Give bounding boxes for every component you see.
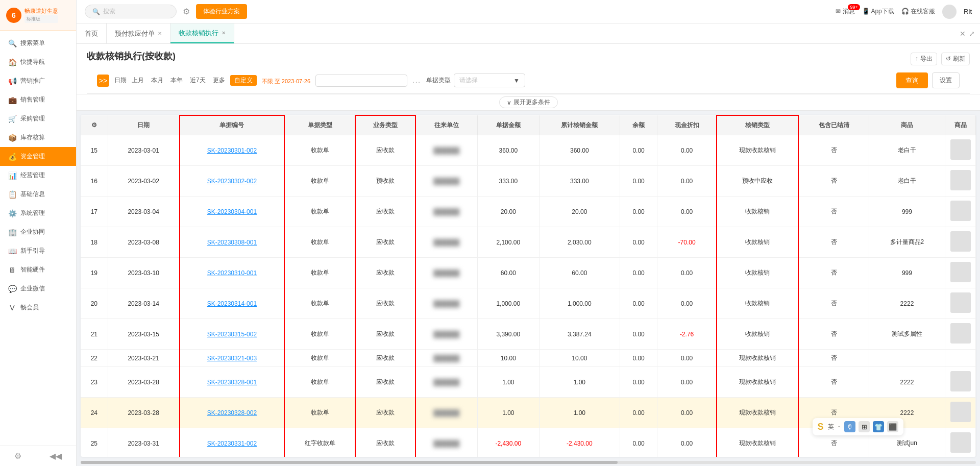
cell-include-settled: 否	[798, 258, 869, 288]
cell-doc-no[interactable]: SK-20230331-002	[180, 428, 285, 457]
search-icon: 🔍	[8, 39, 16, 47]
sidebar-item-inventory[interactable]: 📦 库存核算	[0, 128, 76, 147]
gear-icon[interactable]: ⚙	[183, 7, 190, 16]
filter-expand-button[interactable]: >>	[97, 75, 109, 87]
message-button[interactable]: ✉ 消息 99+	[836, 7, 854, 16]
cell-doc-no[interactable]: SK-20230310-001	[180, 258, 285, 288]
expand-more-button[interactable]: ∨ 展开更多条件	[499, 96, 558, 108]
cell-cash-disc: 0.00	[657, 258, 717, 288]
app-download-button[interactable]: 📱 App下载	[862, 7, 894, 16]
cell-doc-type: 收款单	[284, 288, 355, 319]
date-this-month[interactable]: 本月	[149, 75, 165, 86]
sidebar-item-wechat[interactable]: 💬 企业微信	[0, 279, 76, 298]
topbar-search[interactable]: 🔍 搜索	[85, 5, 177, 18]
cell-include-settled: 否	[798, 319, 869, 350]
query-button[interactable]: 查询	[896, 72, 928, 88]
cell-no: 25	[81, 428, 108, 457]
cell-partner: ██████	[415, 197, 478, 227]
cell-amount: 60.00	[478, 258, 540, 288]
date-more[interactable]: 更多	[211, 75, 227, 86]
cell-cash-disc: -70.00	[657, 227, 717, 258]
sidebar-item-hardware[interactable]: 🖥 智能硬件	[0, 260, 76, 279]
cell-no: 16	[81, 166, 108, 197]
online-service-button[interactable]: 🎧 在线客服	[901, 7, 935, 16]
cell-balance: 0.00	[620, 367, 657, 398]
col-gear[interactable]: ⚙	[81, 115, 108, 135]
cell-partner: ██████	[415, 319, 478, 350]
cell-goods: 999	[869, 197, 945, 227]
sidebar-item-finance[interactable]: 💰 资金管理	[0, 147, 76, 166]
cell-doc-no[interactable]: SK-20230314-001	[180, 288, 285, 319]
sidebar-item-sales[interactable]: 💼 销售管理	[0, 90, 76, 109]
sidebar-item-operation[interactable]: 📊 经营管理	[0, 166, 76, 185]
partner-filter-input[interactable]	[315, 75, 407, 87]
sidebar-item-quick-nav[interactable]: 🏠 快捷导航	[0, 53, 76, 71]
col-verify-type: 核销类型	[717, 115, 798, 135]
voucher-type-filter-label: 单据类型	[426, 76, 451, 85]
cell-biz-type: 应收款	[355, 197, 415, 227]
date-this-year[interactable]: 本年	[168, 75, 185, 86]
sidebar-label-purchase: 采购管理	[20, 114, 45, 123]
cell-goods: 999	[869, 258, 945, 288]
collapse-icon[interactable]: ◀◀	[50, 451, 62, 461]
sidebar-item-enterprise[interactable]: 🏢 企业协同	[0, 223, 76, 241]
tab-home[interactable]: 首页	[77, 23, 107, 43]
cell-doc-type: 收款单	[284, 227, 355, 258]
cell-partner: ██████	[415, 166, 478, 197]
tab-collection-close-icon[interactable]: ✕	[222, 30, 226, 36]
sidebar-item-purchase[interactable]: 🛒 采购管理	[0, 109, 76, 128]
cell-doc-type: 收款单	[284, 350, 355, 367]
table-row: 25 2023-03-31 SK-20230331-002 红字收款单 应收款 …	[81, 428, 976, 457]
cell-cum-amount: 333.00	[539, 166, 620, 197]
cell-goods2	[945, 227, 976, 258]
sidebar-item-basic[interactable]: 📋 基础信息	[0, 185, 76, 204]
cell-goods2	[945, 398, 976, 428]
filter-settings-button[interactable]: 设置	[932, 72, 960, 88]
date-last-month[interactable]: 上月	[130, 75, 146, 86]
cell-doc-no[interactable]: SK-20230321-003	[180, 350, 285, 367]
date-7days[interactable]: 近7天	[188, 75, 208, 86]
cell-doc-no[interactable]: SK-20230328-001	[180, 367, 285, 398]
cell-partner: ██████	[415, 367, 478, 398]
tab-collection[interactable]: 收款核销执行 ✕	[170, 23, 234, 43]
voucher-type-select[interactable]: 请选择 ▼	[454, 73, 525, 87]
sidebar-item-guide[interactable]: 📖 新手引导	[0, 241, 76, 260]
tab-prepay-close-icon[interactable]: ✕	[158, 31, 162, 36]
sidebar-item-search[interactable]: 🔍 搜索菜单	[0, 34, 76, 53]
cell-cash-disc: -2.76	[657, 319, 717, 350]
cell-doc-no[interactable]: SK-20230302-002	[180, 166, 285, 197]
tab-close-all-icon[interactable]: ✕	[960, 30, 966, 38]
cell-doc-no[interactable]: SK-20230301-002	[180, 135, 285, 166]
col-date: 日期	[108, 115, 179, 135]
cell-doc-no[interactable]: SK-20230308-001	[180, 227, 285, 258]
cell-no: 18	[81, 227, 108, 258]
horizontal-scrollbar[interactable]	[81, 461, 976, 464]
sidebar-item-marketing[interactable]: 📢 营销推广	[0, 71, 76, 90]
filter-more-dots[interactable]: ...	[412, 77, 421, 84]
cell-doc-no[interactable]: SK-20230315-002	[180, 319, 285, 350]
settings-bottom-icon[interactable]: ⚙	[14, 451, 21, 461]
cell-verify-type: 收款核销	[717, 227, 798, 258]
cell-amount: 1.00	[478, 367, 540, 398]
export-button[interactable]: ↑ 导出	[911, 53, 937, 65]
user-avatar[interactable]	[942, 5, 957, 19]
cell-verify-type: 现款收款核销	[717, 350, 798, 367]
solution-button[interactable]: 体验行业方案	[196, 4, 247, 19]
tab-prepay[interactable]: 预付款应付单 ✕	[107, 23, 170, 43]
refresh-button[interactable]: ↺ 刷新	[941, 53, 970, 65]
cell-goods2	[945, 350, 976, 367]
date-filter-group: 日期 上月 本月 本年 近7天 更多 自定义	[114, 75, 257, 86]
date-custom-btn[interactable]: 自定义	[230, 75, 257, 86]
cell-doc-no[interactable]: SK-20230304-001	[180, 197, 285, 227]
cell-doc-no[interactable]: SK-20230328-002	[180, 398, 285, 428]
expand-more-bar: ∨ 展开更多条件	[77, 94, 980, 111]
sidebar-label-finance: 资金管理	[20, 152, 45, 161]
purchase-icon: 🛒	[8, 115, 16, 123]
cell-partner: ██████	[415, 258, 478, 288]
cell-date: 2023-03-10	[108, 258, 179, 288]
sidebar-item-member[interactable]: V 畅会员	[0, 298, 76, 317]
cell-goods2	[945, 367, 976, 398]
cell-verify-type: 收款核销	[717, 288, 798, 319]
tab-expand-icon[interactable]: ⤢	[969, 30, 975, 38]
sidebar-item-system[interactable]: ⚙️ 系统管理	[0, 204, 76, 223]
